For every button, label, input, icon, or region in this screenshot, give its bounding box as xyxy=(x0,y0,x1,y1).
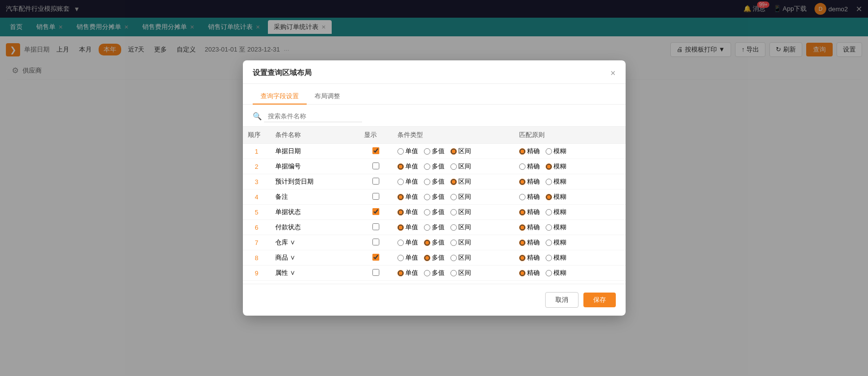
type-radio-item[interactable]: 多值 xyxy=(424,162,445,171)
match-radio-item[interactable]: 精确 xyxy=(519,192,540,201)
save-btn[interactable]: 保存 xyxy=(583,293,616,307)
match-radio-item[interactable]: 精确 xyxy=(519,238,540,247)
match-radio[interactable] xyxy=(546,148,552,155)
type-radio[interactable] xyxy=(397,224,404,231)
dialog-close-btn[interactable]: × xyxy=(610,69,616,78)
match-radio-item[interactable]: 模糊 xyxy=(546,253,566,262)
type-radio-item[interactable]: 单值 xyxy=(397,253,418,262)
type-radio[interactable] xyxy=(397,255,404,261)
type-radio-item[interactable]: 区间 xyxy=(450,253,471,262)
type-radio[interactable] xyxy=(450,224,457,231)
match-radio[interactable] xyxy=(519,194,526,200)
type-radio[interactable] xyxy=(450,163,457,170)
type-radio[interactable] xyxy=(397,179,404,185)
type-radio-item[interactable]: 单值 xyxy=(397,269,418,277)
type-radio[interactable] xyxy=(450,270,457,276)
match-radio-item[interactable]: 模糊 xyxy=(546,223,566,232)
display-checkbox[interactable] xyxy=(372,178,379,185)
match-radio[interactable] xyxy=(519,179,526,185)
display-checkbox[interactable] xyxy=(372,147,379,154)
type-radio[interactable] xyxy=(450,148,457,155)
match-radio[interactable] xyxy=(519,240,526,246)
type-radio-item[interactable]: 单值 xyxy=(397,177,418,186)
type-radio[interactable] xyxy=(424,194,430,200)
type-radio-item[interactable]: 单值 xyxy=(397,192,418,201)
match-radio-item[interactable]: 精确 xyxy=(519,223,540,232)
match-radio-item[interactable]: 精确 xyxy=(519,177,540,186)
display-checkbox[interactable] xyxy=(372,223,379,230)
match-radio[interactable] xyxy=(519,270,526,276)
match-radio-item[interactable]: 精确 xyxy=(519,147,540,156)
match-radio-item[interactable]: 模糊 xyxy=(546,177,566,186)
match-radio[interactable] xyxy=(546,179,552,185)
display-checkbox[interactable] xyxy=(372,162,379,169)
type-radio[interactable] xyxy=(450,194,457,200)
match-radio-item[interactable]: 模糊 xyxy=(546,208,566,216)
dialog-tab-layout[interactable]: 布局调整 xyxy=(307,89,348,105)
type-radio[interactable] xyxy=(397,163,404,170)
type-radio[interactable] xyxy=(424,240,430,246)
match-radio[interactable] xyxy=(519,163,526,170)
type-radio-item[interactable]: 多值 xyxy=(424,253,445,262)
type-radio[interactable] xyxy=(424,255,430,261)
display-checkbox[interactable] xyxy=(372,193,379,200)
type-radio-item[interactable]: 区间 xyxy=(450,269,471,277)
type-radio[interactable] xyxy=(450,209,457,215)
type-radio[interactable] xyxy=(424,148,430,155)
match-radio-item[interactable]: 精确 xyxy=(519,269,540,277)
match-radio[interactable] xyxy=(519,224,526,231)
match-radio[interactable] xyxy=(519,255,526,261)
match-radio[interactable] xyxy=(546,240,552,246)
type-radio[interactable] xyxy=(424,224,430,231)
match-radio[interactable] xyxy=(546,270,552,276)
type-radio-item[interactable]: 单值 xyxy=(397,147,418,156)
type-radio[interactable] xyxy=(450,179,457,185)
display-checkbox[interactable] xyxy=(372,254,379,261)
type-radio-item[interactable]: 多值 xyxy=(424,147,445,156)
type-radio-item[interactable]: 区间 xyxy=(450,238,471,247)
type-radio[interactable] xyxy=(397,270,404,276)
type-radio[interactable] xyxy=(397,148,404,155)
cancel-btn[interactable]: 取消 xyxy=(545,292,579,308)
dialog-tab-fields[interactable]: 查询字段设置 xyxy=(253,89,307,105)
type-radio-item[interactable]: 区间 xyxy=(450,223,471,232)
type-radio[interactable] xyxy=(424,179,430,185)
type-radio[interactable] xyxy=(424,270,430,276)
type-radio-item[interactable]: 多值 xyxy=(424,238,445,247)
type-radio[interactable] xyxy=(397,194,404,200)
display-checkbox[interactable] xyxy=(372,239,379,245)
match-radio[interactable] xyxy=(546,255,552,261)
type-radio-item[interactable]: 多值 xyxy=(424,192,445,201)
match-radio[interactable] xyxy=(546,163,552,170)
type-radio-item[interactable]: 单值 xyxy=(397,223,418,232)
match-radio-item[interactable]: 模糊 xyxy=(546,192,566,201)
match-radio-item[interactable]: 模糊 xyxy=(546,162,566,171)
type-radio-item[interactable]: 区间 xyxy=(450,162,471,171)
type-radio-item[interactable]: 单值 xyxy=(397,238,418,247)
display-checkbox[interactable] xyxy=(372,269,379,276)
type-radio-item[interactable]: 多值 xyxy=(424,208,445,216)
type-radio[interactable] xyxy=(397,209,404,215)
match-radio[interactable] xyxy=(519,148,526,155)
match-radio-item[interactable]: 精确 xyxy=(519,208,540,216)
type-radio[interactable] xyxy=(397,240,404,246)
match-radio-item[interactable]: 精确 xyxy=(519,162,540,171)
match-radio[interactable] xyxy=(546,209,552,215)
type-radio[interactable] xyxy=(450,255,457,261)
match-radio[interactable] xyxy=(546,224,552,231)
type-radio[interactable] xyxy=(424,209,430,215)
type-radio-item[interactable]: 多值 xyxy=(424,177,445,186)
match-radio[interactable] xyxy=(546,194,552,200)
type-radio-item[interactable]: 单值 xyxy=(397,208,418,216)
type-radio-item[interactable]: 区间 xyxy=(450,177,471,186)
display-checkbox[interactable] xyxy=(372,208,379,215)
search-input[interactable] xyxy=(264,110,362,122)
type-radio-item[interactable]: 单值 xyxy=(397,162,418,171)
type-radio-item[interactable]: 多值 xyxy=(424,269,445,277)
type-radio[interactable] xyxy=(450,240,457,246)
match-radio-item[interactable]: 模糊 xyxy=(546,269,566,277)
match-radio[interactable] xyxy=(519,209,526,215)
type-radio-item[interactable]: 区间 xyxy=(450,192,471,201)
type-radio[interactable] xyxy=(424,163,430,170)
match-radio-item[interactable]: 模糊 xyxy=(546,238,566,247)
